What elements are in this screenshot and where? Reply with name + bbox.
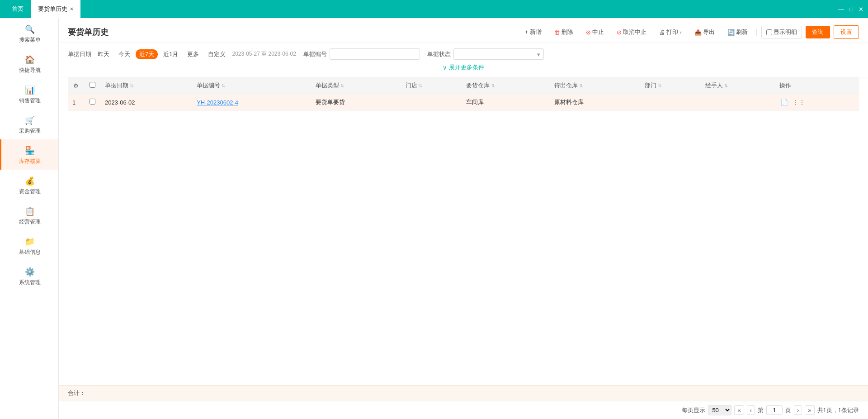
sidebar-item-search[interactable]: 🔍 搜索菜单 bbox=[0, 18, 58, 48]
display-detail-checkbox[interactable] bbox=[766, 29, 772, 35]
cancel-stop-button[interactable]: ⊘ 取消中止 bbox=[612, 26, 651, 38]
page-number-input[interactable] bbox=[766, 405, 783, 415]
sidebar-item-purchase[interactable]: 🛒 采购管理 bbox=[0, 109, 58, 139]
sidebar-item-quick-nav[interactable]: 🏠 快捷导航 bbox=[0, 48, 58, 79]
col-req-warehouse: 要货仓库⇅ bbox=[462, 77, 550, 94]
col-store: 门店⇅ bbox=[401, 77, 462, 94]
sidebar-item-finance[interactable]: 💰 资金管理 bbox=[0, 170, 58, 200]
col-date: 单据日期⇅ bbox=[100, 77, 192, 94]
page-title: 要货单历史 bbox=[68, 27, 108, 38]
page-size-select[interactable]: 50 10 20 100 bbox=[708, 405, 731, 415]
new-button[interactable]: + 新增 bbox=[520, 26, 546, 38]
total-label: 共1页，1条记录 bbox=[817, 406, 859, 414]
cell-checkbox bbox=[84, 94, 100, 111]
doc-status-filter-group: 单据状态 bbox=[427, 48, 544, 60]
tab-home[interactable]: 首页 bbox=[5, 0, 31, 18]
next-page-btn[interactable]: › bbox=[794, 405, 802, 415]
export-button[interactable]: 📤 导出 bbox=[690, 26, 719, 38]
sort-number-icon[interactable]: ⇅ bbox=[222, 83, 225, 88]
col-checkbox bbox=[84, 77, 100, 94]
tab-requisition-history[interactable]: 要货单历史 × bbox=[31, 0, 80, 18]
cell-dept bbox=[640, 94, 701, 111]
cell-req-warehouse: 车间库 bbox=[462, 94, 550, 111]
date-more[interactable]: 更多 bbox=[184, 49, 203, 59]
col-type: 单据类型⇅ bbox=[311, 77, 401, 94]
date-custom[interactable]: 自定义 bbox=[204, 49, 229, 59]
prev-page-btn[interactable]: ‹ bbox=[747, 405, 755, 415]
sales-icon: 📊 bbox=[25, 85, 35, 95]
sidebar-item-inventory[interactable]: 🏪 库存核算 bbox=[0, 139, 58, 170]
operations-icon: 📋 bbox=[25, 206, 35, 216]
date-filter-group: 单据日期 昨天 今天 近7天 近1月 更多 自定义 2023-05-27 至 2… bbox=[68, 49, 296, 59]
quick-nav-icon: 🏠 bbox=[25, 55, 35, 65]
basic-info-icon: 📁 bbox=[25, 237, 35, 247]
sidebar: 🔍 搜索菜单 🏠 快捷导航 📊 销售管理 🛒 采购管理 🏪 库存核算 💰 资金管… bbox=[0, 18, 59, 419]
print-button[interactable]: 🖨 打印 ▾ bbox=[655, 26, 686, 38]
goto-label: 第 bbox=[758, 406, 764, 414]
finance-icon: 💰 bbox=[25, 176, 35, 186]
sort-handler-icon[interactable]: ⇅ bbox=[724, 83, 728, 88]
minimize-btn[interactable]: — bbox=[838, 6, 844, 13]
date-1month[interactable]: 近1月 bbox=[160, 49, 182, 59]
first-page-btn[interactable]: « bbox=[734, 405, 744, 415]
delete-button[interactable]: 🗑 删除 bbox=[550, 26, 578, 38]
row-edit-icon[interactable]: 📄 bbox=[779, 98, 789, 107]
sidebar-item-sales[interactable]: 📊 销售管理 bbox=[0, 79, 58, 109]
sort-type-icon[interactable]: ⇅ bbox=[340, 83, 344, 88]
date-today[interactable]: 今天 bbox=[115, 49, 134, 59]
col-number: 单据编号⇅ bbox=[192, 77, 311, 94]
content-area: 要货单历史 + 新增 🗑 删除 ⊗ 中止 ⊘ 取消中止 🖨 bbox=[59, 18, 868, 419]
date-filter-label: 单据日期 bbox=[68, 50, 91, 58]
date-yesterday[interactable]: 昨天 bbox=[94, 49, 113, 59]
table-header-row: ⚙ 单据日期⇅ 单据编号⇅ 单据类型⇅ bbox=[68, 77, 859, 94]
doc-status-select[interactable] bbox=[453, 48, 544, 60]
stop-button[interactable]: ⊗ 中止 bbox=[581, 26, 609, 38]
close-btn[interactable]: ✕ bbox=[859, 6, 863, 13]
doc-number-input[interactable] bbox=[330, 48, 420, 60]
sidebar-item-system[interactable]: ⚙️ 系统管理 bbox=[0, 261, 58, 291]
select-all-checkbox[interactable] bbox=[90, 82, 95, 88]
maximize-btn[interactable]: □ bbox=[849, 6, 853, 13]
expand-chevron-icon: ∨ bbox=[443, 64, 447, 71]
table-body: 1 2023-06-02 YH-20230602-4 要货单要货 车间库 原材料… bbox=[68, 94, 859, 111]
table-container[interactable]: ⚙ 单据日期⇅ 单据编号⇅ 单据类型⇅ bbox=[59, 77, 868, 385]
table-settings-icon[interactable]: ⚙ bbox=[73, 82, 79, 89]
filter-row-1: 单据日期 昨天 今天 近7天 近1月 更多 自定义 2023-05-27 至 2… bbox=[68, 48, 859, 60]
doc-number-link[interactable]: YH-20230602-4 bbox=[197, 99, 238, 106]
row-more-icon[interactable]: ⋮⋮ bbox=[792, 98, 806, 107]
expand-more-button[interactable]: ∨ 展开更多条件 bbox=[443, 63, 484, 71]
col-pending-warehouse: 待出仓库⇅ bbox=[550, 77, 640, 94]
refresh-button[interactable]: 🔄 刷新 bbox=[723, 26, 752, 38]
doc-status-select-wrap bbox=[453, 48, 544, 60]
date-filter-buttons: 昨天 今天 近7天 近1月 更多 自定义 bbox=[94, 49, 229, 59]
date-7days[interactable]: 近7天 bbox=[136, 49, 158, 59]
settings-button[interactable]: 设置 bbox=[834, 25, 859, 39]
sort-store-icon[interactable]: ⇅ bbox=[419, 83, 422, 88]
cell-date: 2023-06-02 bbox=[100, 94, 192, 111]
top-bar: 首页 要货单历史 × — □ ✕ bbox=[0, 0, 868, 18]
last-page-btn[interactable]: » bbox=[805, 405, 814, 415]
sort-pending-warehouse-icon[interactable]: ⇅ bbox=[579, 83, 583, 88]
query-button[interactable]: 查询 bbox=[806, 26, 830, 38]
sort-req-warehouse-icon[interactable]: ⇅ bbox=[491, 83, 495, 88]
system-icon: ⚙️ bbox=[25, 267, 35, 277]
page-suffix-label: 页 bbox=[785, 406, 791, 414]
footer-summary: 合计： bbox=[59, 385, 868, 401]
page-header: 要货单历史 + 新增 🗑 删除 ⊗ 中止 ⊘ 取消中止 🖨 bbox=[59, 18, 868, 43]
sort-dept-icon[interactable]: ⇅ bbox=[658, 83, 661, 88]
expand-more-row: ∨ 展开更多条件 bbox=[68, 63, 859, 71]
cell-pending-warehouse: 原材料仓库 bbox=[550, 94, 640, 111]
purchase-icon: 🛒 bbox=[25, 115, 35, 125]
tab-bar: 首页 要货单历史 × bbox=[5, 0, 80, 18]
cell-handler bbox=[701, 94, 775, 111]
row-checkbox[interactable] bbox=[90, 99, 95, 105]
tab-close-icon[interactable]: × bbox=[70, 6, 73, 12]
cell-store bbox=[401, 94, 462, 111]
summary-label: 合计： bbox=[68, 390, 85, 396]
sidebar-item-operations[interactable]: 📋 经营管理 bbox=[0, 200, 58, 230]
sort-date-icon[interactable]: ⇅ bbox=[130, 83, 133, 88]
col-action: 操作 bbox=[775, 77, 859, 94]
sidebar-item-basic-info[interactable]: 📁 基础信息 bbox=[0, 230, 58, 261]
display-detail-button[interactable]: 显示明细 bbox=[761, 26, 802, 38]
cell-index: 1 bbox=[68, 94, 84, 111]
